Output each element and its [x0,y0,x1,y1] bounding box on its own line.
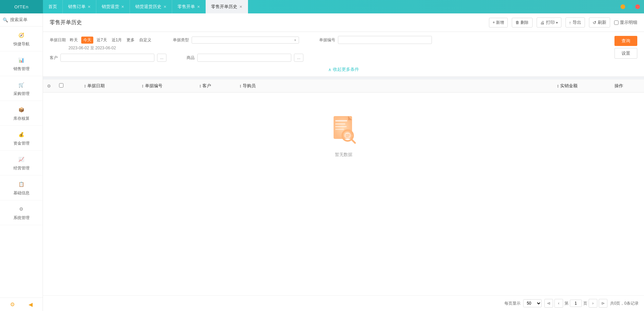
export-icon: ↑ [569,20,572,25]
date-opt-more[interactable]: 更多 [125,37,136,44]
export-button[interactable]: ↑ ↑ 导出 导出 [565,17,585,28]
doc-type-select[interactable]: ▾ [192,37,299,44]
print-button[interactable]: 🖨 打印 ▾ [537,17,561,28]
col-number[interactable]: ↕ 单据编号 [138,80,195,93]
date-opt-7days[interactable]: 近7天 [95,37,108,44]
select-all-checkbox[interactable] [59,83,63,88]
app-brand: OfTEn [0,0,43,13]
tab-sales-order[interactable]: 销售订单 ✕ [63,0,96,13]
maximize-button[interactable]: □ [628,4,633,9]
page-total: 共0页，0条记录 [610,301,639,306]
display-toggle[interactable]: 显示明细 [614,19,637,25]
customer-label: 客户 [50,55,58,61]
first-page-button[interactable]: ⊲ [544,299,553,308]
query-button[interactable]: 查询 [614,36,637,46]
tab-sales-return[interactable]: 销货退货 ✕ [96,0,130,13]
close-button[interactable]: ✕ [635,4,640,9]
date-opt-custom[interactable]: 自定义 [138,37,153,44]
filter-main: 单据日期 昨天 今天 近7天 近1月 更多 自定义 单据类型 [50,36,609,65]
col-checkbox [55,80,80,93]
svg-rect-1 [335,120,347,121]
dropdown-arrow-icon: ▾ [294,38,296,42]
tab-retail-open-history[interactable]: 零售开单历史 ✕ [206,0,248,13]
date-range: 2023-06-02 至 2023-06-02 [68,46,116,50]
date-opt-today[interactable]: 今天 [81,37,93,44]
tab-retail-open[interactable]: 零售开单 ✕ [172,0,206,13]
empty-illustration [327,113,360,146]
product-picker-button[interactable]: ... [294,54,303,62]
svg-rect-10 [346,136,349,137]
sidebar: 🔍 搜索采单 🧭 快捷导航 📊 销售管理 🛒 采购管理 📦 库存核算 💰 资金管… [0,13,43,311]
col-actions: 操作 [610,80,644,93]
sidebar-bottom: ⚙ ◀ [0,298,43,311]
customer-input[interactable] [60,54,154,62]
empty-state-row: 暂无数据 [43,93,644,178]
sidebar-item-basic-info[interactable]: 📋 基础信息 [0,175,43,200]
sidebar-item-system-mgmt[interactable]: ⚙ 系统管理 [0,200,43,225]
date-options: 昨天 今天 近7天 近1月 更多 自定义 [68,37,153,44]
table-head: ⚙ ↕ 单据日期 ↕ 单据编号 [43,80,644,93]
system-mgmt-icon: ⚙ [17,204,26,214]
sidebar-collapse-icon[interactable]: ◀ [29,301,33,308]
product-input[interactable] [197,54,291,62]
page-title: 零售开单历史 [50,19,82,30]
doctype-label: 单据类型 [173,37,189,43]
date-label: 单据日期 [50,37,66,43]
collapse-filter-button[interactable]: ∧ 收起更多条件 [50,66,637,72]
collapse-icon: ∧ [328,67,332,72]
filter-customer-item: 客户 ... [50,54,166,62]
customer-picker-button[interactable]: ... [157,54,166,62]
sidebar-item-finance-mgmt[interactable]: 💰 资金管理 [0,126,43,151]
inventory-icon: 📦 [17,105,26,114]
table-wrapper: ⚙ ↕ 单据日期 ↕ 单据编号 [43,80,644,311]
last-page-button[interactable]: ⊳ [599,299,607,308]
close-tab-sales-return-history[interactable]: ✕ [163,5,166,9]
col-amount[interactable]: ↕ 实销金额 [553,80,610,93]
sidebar-item-quick-nav[interactable]: 🧭 快捷导航 [0,27,43,51]
svg-rect-9 [346,135,350,136]
empty-text: 暂无数据 [335,152,352,158]
sidebar-item-operations-mgmt[interactable]: 📈 经营管理 [0,151,43,175]
display-detail-checkbox[interactable] [614,20,618,25]
per-page-select[interactable]: 50 10 20 100 [523,299,542,307]
page-suffix: 页 [583,301,587,306]
col-customer[interactable]: ↕ 客户 [195,80,235,93]
delete-button[interactable]: 🗑 删除 [512,18,532,28]
page-input[interactable] [570,300,582,307]
next-page-button[interactable]: › [589,299,597,308]
svg-point-7 [344,132,351,139]
date-opt-1month[interactable]: 近1月 [110,37,123,44]
sidebar-search[interactable]: 🔍 搜索采单 [0,13,43,27]
add-button[interactable]: + 新增 [489,18,508,28]
window-controls: － □ ✕ [616,4,644,9]
refresh-button[interactable]: ↺ 刷新 [589,17,610,28]
minimize-button[interactable]: － [621,4,625,9]
sidebar-item-inventory[interactable]: 📦 库存核算 [0,101,43,126]
page-nav: ⊲ ‹ 第 页 › ⊳ [544,299,607,308]
filter-area: 单据日期 昨天 今天 近7天 近1月 更多 自定义 单据类型 [43,32,644,77]
doc-no-input[interactable] [338,36,432,44]
close-tab-sales-order[interactable]: ✕ [88,5,91,9]
sidebar-item-sales-mgmt[interactable]: 📊 销售管理 [0,51,43,76]
quick-nav-icon: 🧭 [17,31,26,40]
print-dropdown-icon: ▾ [556,21,558,24]
tab-sales-return-history[interactable]: 销货退货历史 ✕ [130,0,172,13]
sidebar-settings-icon[interactable]: ⚙ [10,301,15,308]
table-settings-icon[interactable]: ⚙ [47,84,51,89]
prev-page-button[interactable]: ‹ [554,299,563,308]
close-tab-sales-return[interactable]: ✕ [121,5,124,9]
date-opt-yesterday[interactable]: 昨天 [68,37,79,44]
main-layout: 🔍 搜索采单 🧭 快捷导航 📊 销售管理 🛒 采购管理 📦 库存核算 💰 资金管… [0,13,644,311]
filter-date-item: 单据日期 昨天 今天 近7天 近1月 更多 自定义 [50,37,153,44]
settings-button[interactable]: 设置 [614,48,637,59]
tab-home[interactable]: 首页 [43,0,63,13]
close-tab-retail-open-history[interactable]: ✕ [239,5,242,9]
svg-rect-2 [335,123,345,124]
col-date[interactable]: ↕ 单据日期 [80,80,138,93]
close-tab-retail-open[interactable]: ✕ [197,5,200,9]
empty-state: 暂无数据 [43,93,644,178]
col-salesperson[interactable]: ↕ 导购员 [235,80,284,93]
sidebar-item-purchase-mgmt[interactable]: 🛒 采购管理 [0,76,43,101]
docno-label: 单据编号 [319,37,335,43]
toolbar-actions: + 新增 🗑 删除 🖨 打印 ▾ ↑ ↑ 导出 导出 ↺ 刷新 [489,17,637,32]
